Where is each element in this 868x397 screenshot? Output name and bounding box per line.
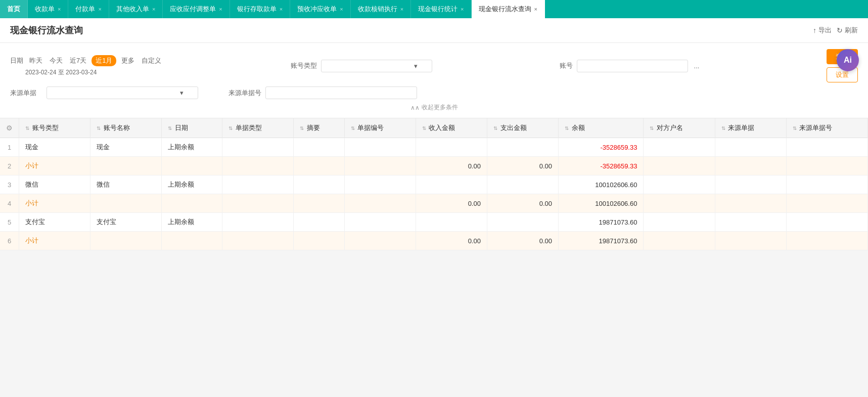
- cell-counterparty: [644, 194, 715, 213]
- cell-source-doc: [715, 213, 786, 232]
- export-button[interactable]: ↑ 导出: [813, 26, 832, 35]
- cell-expense: [487, 213, 558, 232]
- close-icon[interactable]: ×: [534, 6, 537, 12]
- close-icon[interactable]: ×: [152, 6, 155, 12]
- cell-idx: 1: [0, 138, 19, 157]
- source-doc-no-label: 来源单据号: [229, 89, 261, 98]
- cell-summary: [294, 232, 345, 250]
- close-icon[interactable]: ×: [340, 6, 343, 12]
- col-summary[interactable]: ⇅ 摘要: [294, 118, 345, 138]
- close-icon[interactable]: ×: [461, 6, 464, 12]
- col-doc-no[interactable]: ⇅ 单据编号: [344, 118, 416, 138]
- col-header-label: 收入金额: [429, 124, 455, 131]
- sort-icon: ⇅: [300, 125, 304, 131]
- nav-label: 应收应付调整单: [170, 5, 216, 14]
- date-label: 日期: [10, 56, 23, 65]
- data-table: ⚙ ⇅ 账号类型 ⇅ 账号名称 ⇅ 日期 ⇅ 单据类型: [0, 118, 868, 250]
- sort-icon: ⇅: [351, 125, 355, 131]
- col-doc-type[interactable]: ⇅ 单据类型: [222, 118, 294, 138]
- table-row[interactable]: 6 小计 0.00 0.00 19871073.60: [0, 232, 868, 250]
- date-range-display: 2023-02-24 至 2023-03-24: [25, 68, 163, 77]
- col-header-label: 单据类型: [236, 124, 262, 131]
- nav-label: 收款核销执行: [358, 5, 397, 14]
- nav-item-cash-flow-query[interactable]: 现金银行流水查询 ×: [472, 0, 545, 18]
- cell-account-type: 小计: [19, 157, 90, 175]
- col-account-name[interactable]: ⇅ 账号名称: [90, 118, 162, 138]
- nav-home[interactable]: 首页: [0, 0, 28, 18]
- close-icon[interactable]: ×: [58, 6, 61, 12]
- account-no-input[interactable]: [577, 60, 688, 72]
- cell-income: [416, 138, 487, 157]
- date-opt-7days[interactable]: 近7天: [68, 55, 88, 66]
- source-doc-no-input[interactable]: [265, 86, 417, 99]
- col-header-label: 日期: [175, 124, 188, 131]
- ai-label: Ai: [844, 56, 852, 65]
- col-source-doc[interactable]: ⇅ 来源单据: [715, 118, 786, 138]
- date-opt-custom[interactable]: 自定义: [140, 55, 163, 66]
- table-row[interactable]: 1 现金 现金 上期余额 -3528659.33: [0, 138, 868, 157]
- cell-expense: [487, 138, 558, 157]
- table-row[interactable]: 2 小计 0.00 0.00 -3528659.33: [0, 157, 868, 175]
- col-settings: ⚙: [0, 118, 19, 138]
- col-account-type[interactable]: ⇅ 账号类型: [19, 118, 90, 138]
- cell-account-name: 微信: [90, 175, 162, 194]
- gear-icon[interactable]: ⚙: [6, 124, 13, 132]
- sort-icon: ⇅: [565, 125, 569, 131]
- col-date[interactable]: ⇅ 日期: [162, 118, 222, 138]
- sort-icon: ⇅: [229, 125, 233, 131]
- cell-date: [162, 194, 222, 213]
- account-no-dots[interactable]: ...: [694, 62, 700, 70]
- close-icon[interactable]: ×: [98, 6, 101, 12]
- close-icon[interactable]: ×: [280, 6, 283, 12]
- cell-idx: 4: [0, 194, 19, 213]
- filter-area: 日期 昨天 今天 近7天 近1月 更多 自定义 2023-02-24 至 202…: [0, 43, 868, 118]
- nav-item-advance-offset[interactable]: 预收冲应收单 ×: [290, 0, 350, 18]
- nav-item-bank-deposit[interactable]: 银行存取款单 ×: [230, 0, 290, 18]
- col-expense[interactable]: ⇅ 支出金额: [487, 118, 558, 138]
- table-row[interactable]: 3 微信 微信 上期余额 100102606.60: [0, 175, 868, 194]
- cell-date: 上期余额: [162, 175, 222, 194]
- cell-idx: 3: [0, 175, 19, 194]
- cell-idx: 6: [0, 232, 19, 250]
- nav-item-payment[interactable]: 付款单 ×: [68, 0, 109, 18]
- source-doc-label: 来源单据: [10, 89, 36, 98]
- cell-doc-type: [222, 194, 294, 213]
- export-label: 导出: [818, 26, 832, 35]
- table-row[interactable]: 5 支付宝 支付宝 上期余额 19871073.60: [0, 213, 868, 232]
- col-header-label: 余额: [572, 124, 585, 131]
- nav-item-other-income[interactable]: 其他收入单 ×: [109, 0, 163, 18]
- col-counterparty[interactable]: ⇅ 对方户名: [644, 118, 715, 138]
- cell-summary: [294, 138, 345, 157]
- table-body: 1 现金 现金 上期余额 -3528659.33 2 小计 0.00 0.00 …: [0, 138, 868, 250]
- nav-item-ar-ap-adj[interactable]: 应收应付调整单 ×: [163, 0, 230, 18]
- nav-item-collection[interactable]: 收款单 ×: [28, 0, 68, 18]
- col-income[interactable]: ⇅ 收入金额: [416, 118, 487, 138]
- date-opt-yesterday[interactable]: 昨天: [27, 55, 44, 66]
- refresh-button[interactable]: ↻ 刷新: [837, 26, 858, 35]
- cell-date: [162, 157, 222, 175]
- close-icon[interactable]: ×: [219, 6, 222, 12]
- cell-source-doc-no: [786, 194, 867, 213]
- cell-income: 0.00: [416, 194, 487, 213]
- close-icon[interactable]: ×: [400, 6, 403, 12]
- date-opt-1month[interactable]: 近1月: [92, 55, 116, 66]
- collapse-bar[interactable]: ∧∧ 收起更多条件: [10, 103, 858, 112]
- filter-row-2: 来源单据 ▾ 来源单据号: [10, 86, 858, 99]
- col-balance[interactable]: ⇅ 余额: [559, 118, 644, 138]
- col-source-doc-no[interactable]: ⇅ 来源单据号: [786, 118, 867, 138]
- filter-row-1: 日期 昨天 今天 近7天 近1月 更多 自定义 2023-02-24 至 202…: [10, 49, 858, 82]
- account-type-select[interactable]: ▾: [321, 60, 432, 72]
- table-row[interactable]: 4 小计 0.00 0.00 100102606.60: [0, 194, 868, 213]
- cell-account-name: 现金: [90, 138, 162, 157]
- cell-idx: 2: [0, 157, 19, 175]
- ai-assistant-button[interactable]: Ai: [837, 49, 859, 71]
- cell-summary: [294, 213, 345, 232]
- date-opt-more[interactable]: 更多: [119, 55, 136, 66]
- nav-item-cash-bank-stats[interactable]: 现金银行统计 ×: [411, 0, 471, 18]
- cell-date: [162, 232, 222, 250]
- source-doc-select[interactable]: ▾: [47, 86, 198, 99]
- date-opt-today[interactable]: 今天: [48, 55, 65, 66]
- col-header-label: 单据编号: [357, 124, 384, 131]
- nav-item-collection-exec[interactable]: 收款核销执行 ×: [351, 0, 411, 18]
- sort-icon: ⇅: [721, 125, 725, 131]
